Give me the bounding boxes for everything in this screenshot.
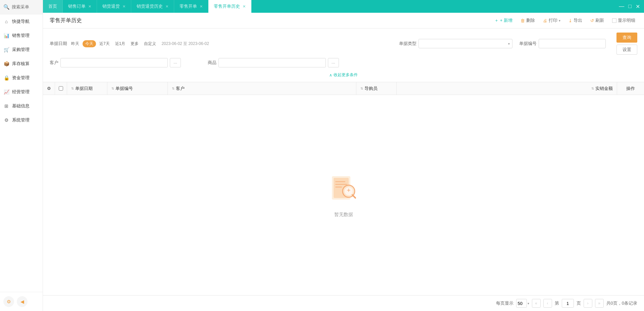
tab-retail-open-history[interactable]: 零售开单历史 ✕	[208, 0, 251, 13]
grid-icon: ⊞	[3, 103, 9, 109]
sidebar-item-quick-nav[interactable]: ⌂ 快捷导航	[0, 14, 43, 29]
date-btn-today[interactable]: 今天	[83, 40, 96, 47]
sidebar-item-label-operations: 经营管理	[12, 89, 30, 95]
next-page-button[interactable]: ›	[584, 299, 592, 308]
date-btn-yesterday[interactable]: 昨天	[69, 40, 81, 47]
date-btn-more[interactable]: 更多	[129, 40, 141, 47]
settings-footer-button[interactable]: ⚙	[3, 296, 14, 307]
th-billno-label: 单据编号	[115, 86, 133, 92]
date-buttons: 昨天 今天 近7天 近1月 更多 自定义	[69, 40, 158, 47]
collapse-bar[interactable]: ∧ 收起更多条件	[50, 71, 637, 78]
sidebar-item-operations[interactable]: 📈 经营管理	[0, 85, 43, 99]
svg-rect-2	[335, 181, 345, 182]
per-page-select-wrap: 10 20 50 100 ▾	[516, 299, 529, 308]
pagination-bar: 每页显示 10 20 50 100 ▾ « ‹ 第 页 ›	[43, 295, 644, 311]
export-button[interactable]: ⤓ 导出	[566, 16, 584, 25]
prev-page-button[interactable]: ‹	[543, 299, 552, 308]
collapse-sidebar-icon: ◀	[20, 299, 24, 304]
close-button[interactable]: ✕	[636, 3, 640, 10]
sidebar-item-label-sys-mgmt: 系统管理	[12, 117, 30, 123]
query-button[interactable]: 查询	[616, 33, 637, 43]
sidebar-search-label: 搜索采单	[12, 4, 29, 10]
refresh-label: 刷新	[595, 17, 604, 23]
tab-retail-open[interactable]: 零售开单 ✕	[174, 0, 208, 13]
delete-icon: 🗑	[521, 18, 525, 23]
collapse-up-icon: ∧	[329, 73, 332, 77]
tab-sales-return-history-close[interactable]: ✕	[165, 4, 168, 9]
tab-retail-open-history-label: 零售开单历史	[214, 3, 240, 9]
date-btn-custom[interactable]: 自定义	[142, 40, 158, 47]
filter-date: 单据日期 昨天 今天 近7天 近1月 更多 自定义 2023-06-02 至 2…	[50, 40, 209, 47]
th-billno[interactable]: ⇅ 单据编号	[107, 82, 168, 95]
tab-retail-open-history-close[interactable]: ✕	[243, 4, 246, 9]
sidebar-item-purchase-mgmt[interactable]: 🛒 采购管理	[0, 43, 43, 57]
sidebar-item-label-inventory: 库存核算	[12, 61, 30, 67]
sidebar-item-sys-mgmt[interactable]: ⚙ 系统管理	[0, 113, 43, 127]
tab-sales-return[interactable]: 销货退货 ✕	[97, 0, 131, 13]
maximize-button[interactable]: □	[628, 3, 632, 9]
filter-row-1: 单据日期 昨天 今天 近7天 近1月 更多 自定义 2023-06-02 至 2…	[50, 33, 637, 55]
export-icon: ⤓	[568, 18, 572, 23]
page-label: 第	[555, 300, 559, 306]
sidebar: 🔍 搜索采单 ⌂ 快捷导航 📊 销售管理 🛒 采购管理 📦 库存核算 🔒 资金管…	[0, 0, 43, 311]
goods-input[interactable]	[218, 58, 326, 67]
sidebar-item-finance-mgmt[interactable]: 🔒 资金管理	[0, 71, 43, 85]
th-amount-label: 实销金额	[595, 86, 613, 92]
page-header: 零售开单历史 ＋ + 新增 🗑 删除 🖨 打印 ▾ ⤓ 导出	[43, 13, 644, 29]
sidebar-item-sales-mgmt[interactable]: 📊 销售管理	[0, 29, 43, 43]
bill-no-input[interactable]	[539, 39, 606, 48]
th-guide[interactable]: ⇅ 导购员	[356, 82, 397, 95]
page-number-input[interactable]	[562, 299, 574, 308]
tab-sales-order[interactable]: 销售订单 ✕	[63, 0, 97, 13]
date-btn-1month[interactable]: 近1月	[113, 40, 128, 47]
total-info: 共0页，0条记录	[606, 300, 637, 306]
th-op-label: 操作	[626, 86, 635, 92]
box-icon: 📦	[3, 61, 9, 67]
sidebar-search[interactable]: 🔍 搜索采单	[0, 0, 43, 14]
th-customer[interactable]: ⇅ 客户	[168, 82, 356, 95]
refresh-icon: ↺	[590, 18, 594, 23]
th-check[interactable]	[55, 82, 67, 95]
tab-sales-return-history[interactable]: 销货退货历史 ✕	[131, 0, 174, 13]
th-settings[interactable]: ⚙	[43, 82, 55, 95]
per-page-select[interactable]: 10 20 50 100	[516, 299, 527, 308]
goods-label: 商品	[208, 60, 216, 66]
th-op: 操作	[617, 82, 644, 95]
sidebar-item-basic-info[interactable]: ⊞ 基础信息	[0, 99, 43, 113]
tabs-actions: — □ ✕	[615, 0, 644, 13]
tab-retail-open-close[interactable]: ✕	[200, 4, 203, 9]
delete-button[interactable]: 🗑 删除	[518, 16, 537, 25]
minimize-button[interactable]: —	[619, 3, 624, 9]
th-date[interactable]: ⇅ 单据日期	[67, 82, 107, 95]
sidebar-item-inventory[interactable]: 📦 库存核算	[0, 57, 43, 71]
collapse-sidebar-button[interactable]: ◀	[17, 296, 28, 307]
svg-rect-3	[335, 184, 347, 185]
tab-sales-order-close[interactable]: ✕	[88, 4, 91, 9]
tab-home[interactable]: 首页	[43, 0, 63, 13]
customer-input[interactable]	[60, 58, 168, 67]
add-button[interactable]: ＋ + 新增	[492, 16, 514, 25]
print-chevron-icon: ▾	[559, 19, 560, 22]
customer-ellipsis-button[interactable]: ···	[170, 58, 181, 67]
display-detail-button[interactable]: 显示明细	[610, 16, 637, 25]
sidebar-footer: ⚙ ◀	[0, 292, 43, 311]
last-page-button[interactable]: »	[595, 299, 604, 308]
th-amount[interactable]: ⇅ 实销金额	[577, 82, 617, 95]
gear-icon-nav: ⚙	[3, 117, 9, 123]
first-page-button[interactable]: «	[532, 299, 541, 308]
goods-ellipsis-button[interactable]: ···	[328, 58, 339, 67]
bill-type-select[interactable]	[418, 39, 512, 48]
check-all-checkbox[interactable]	[59, 86, 63, 91]
tab-sales-return-close[interactable]: ✕	[122, 4, 126, 9]
svg-rect-4	[335, 187, 342, 188]
first-page-icon: «	[535, 301, 537, 306]
print-button[interactable]: 🖨 打印 ▾	[541, 16, 562, 25]
filter-area: 单据日期 昨天 今天 近7天 近1月 更多 自定义 2023-06-02 至 2…	[43, 29, 644, 82]
refresh-button[interactable]: ↺ 刷新	[588, 16, 606, 25]
date-btn-7days[interactable]: 近7天	[97, 40, 112, 47]
tab-sales-return-history-label: 销货退货历史	[137, 3, 163, 9]
th-guide-label: 导购员	[364, 86, 378, 92]
display-detail-checkbox[interactable]	[612, 18, 616, 23]
settings-button[interactable]: 设置	[616, 45, 637, 55]
add-icon: ＋	[494, 17, 499, 23]
